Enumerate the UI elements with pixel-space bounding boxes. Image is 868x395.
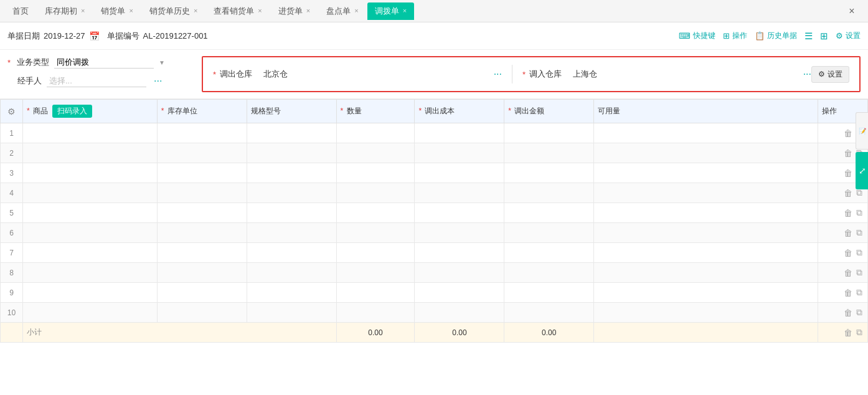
cost-cell-9[interactable] [415, 283, 504, 303]
table-settings-icon[interactable]: ⚙ [7, 107, 16, 117]
qty-cell-1[interactable] [336, 123, 415, 143]
amount-cell-6[interactable] [504, 223, 594, 243]
goods-cell-3[interactable] [23, 163, 158, 183]
spec-cell-2[interactable] [247, 143, 336, 163]
cost-cell-10[interactable] [415, 303, 504, 323]
history-button[interactable]: 📋 历史单据 [755, 31, 797, 41]
goods-cell-9[interactable] [23, 283, 158, 303]
amount-cell-2[interactable] [504, 143, 594, 163]
window-close-button[interactable]: × [841, 0, 863, 22]
spec-cell-10[interactable] [247, 303, 336, 323]
spec-cell-1[interactable] [247, 123, 336, 143]
cost-cell-6[interactable] [415, 223, 504, 243]
cost-cell-8[interactable] [415, 263, 504, 283]
copy-icon-7[interactable]: ⧉ [856, 247, 862, 258]
goods-cell-7[interactable] [23, 243, 158, 263]
spec-cell-7[interactable] [247, 243, 336, 263]
cost-cell-4[interactable] [415, 183, 504, 203]
qty-cell-4[interactable] [336, 183, 415, 203]
cost-cell-5[interactable] [415, 203, 504, 223]
unit-cell-3[interactable] [157, 163, 247, 183]
qty-cell-2[interactable] [336, 143, 415, 163]
unit-cell-8[interactable] [157, 263, 247, 283]
tab-transfer-order[interactable]: 调拨单 × [367, 2, 414, 20]
goods-cell-2[interactable] [23, 143, 158, 163]
unit-cell-2[interactable] [157, 143, 247, 163]
handler-more-button[interactable]: ··· [154, 75, 162, 87]
goods-cell-6[interactable] [23, 223, 158, 243]
operation-button[interactable]: ⊞ 操作 [723, 31, 747, 41]
warehouse-out-value[interactable]: 北京仓 [263, 69, 489, 80]
available-cell-5[interactable] [594, 203, 818, 223]
business-type-dropdown-icon[interactable]: ▼ [159, 59, 165, 66]
amount-cell-9[interactable] [504, 283, 594, 303]
amount-cell-3[interactable] [504, 163, 594, 183]
business-type-input[interactable] [54, 56, 154, 69]
shortcut-button[interactable]: ⌨ 快捷键 [679, 31, 715, 41]
warehouse-in-more-button[interactable]: ··· [803, 69, 811, 80]
amount-cell-5[interactable] [504, 203, 594, 223]
goods-cell-5[interactable] [23, 203, 158, 223]
qty-cell-6[interactable] [336, 223, 415, 243]
spec-cell-5[interactable] [247, 203, 336, 223]
calendar-icon[interactable]: 📅 [89, 31, 100, 41]
spec-cell-3[interactable] [247, 163, 336, 183]
tab-inventory-check[interactable]: 盘点单 × [319, 2, 366, 20]
warehouse-in-value[interactable]: 上海仓 [573, 69, 798, 80]
copy-icon-5[interactable]: ⧉ [856, 207, 862, 218]
tab-view-sales[interactable]: 查看销货单 × [206, 2, 269, 20]
tab-sales-history-close[interactable]: × [194, 7, 197, 14]
amount-cell-4[interactable] [504, 183, 594, 203]
delete-icon-5[interactable]: 🗑 [844, 208, 852, 218]
delete-icon-10[interactable]: 🗑 [844, 308, 852, 318]
unit-cell-6[interactable] [157, 223, 247, 243]
amount-cell-7[interactable] [504, 243, 594, 263]
unit-cell-9[interactable] [157, 283, 247, 303]
available-cell-8[interactable] [594, 263, 818, 283]
available-cell-7[interactable] [594, 243, 818, 263]
spec-cell-8[interactable] [247, 263, 336, 283]
copy-icon-8[interactable]: ⧉ [856, 267, 862, 278]
available-cell-6[interactable] [594, 223, 818, 243]
delete-icon-7[interactable]: 🗑 [844, 248, 852, 258]
copy-icon[interactable]: ⧉ [856, 327, 862, 338]
delete-icon-8[interactable]: 🗑 [844, 268, 852, 278]
delete-icon-4[interactable]: 🗑 [844, 188, 852, 198]
cost-cell-1[interactable] [415, 123, 504, 143]
amount-cell-10[interactable] [504, 303, 594, 323]
delete-icon[interactable]: 🗑 [844, 328, 852, 338]
spec-cell-6[interactable] [247, 223, 336, 243]
qty-cell-7[interactable] [336, 243, 415, 263]
goods-cell-4[interactable] [23, 183, 158, 203]
settings-button[interactable]: ⚙ 设置 [811, 66, 849, 83]
handler-input[interactable] [47, 75, 146, 87]
cost-cell-7[interactable] [415, 243, 504, 263]
unit-cell-4[interactable] [157, 183, 247, 203]
unit-cell-7[interactable] [157, 243, 247, 263]
settings-top-button[interactable]: ⚙ 设置 [836, 31, 861, 41]
qty-cell-10[interactable] [336, 303, 415, 323]
tab-home[interactable]: 首页 [5, 2, 36, 20]
tab-sales-order[interactable]: 销货单 × [93, 2, 140, 20]
copy-icon-9[interactable]: ⧉ [856, 287, 862, 298]
unit-cell-5[interactable] [157, 203, 247, 223]
tab-transfer-order-close[interactable]: × [403, 7, 407, 14]
goods-cell-10[interactable] [23, 303, 158, 323]
available-cell-9[interactable] [594, 283, 818, 303]
available-cell-10[interactable] [594, 303, 818, 323]
available-cell-3[interactable] [594, 163, 818, 183]
date-value[interactable]: 2019-12-27 [44, 31, 85, 40]
delete-icon-6[interactable]: 🗑 [844, 228, 852, 238]
tab-purchase-order-close[interactable]: × [306, 7, 310, 14]
tab-inventory-init-close[interactable]: × [81, 7, 85, 14]
tab-sales-order-close[interactable]: × [129, 7, 133, 14]
spec-cell-9[interactable] [247, 283, 336, 303]
cost-cell-2[interactable] [415, 143, 504, 163]
goods-cell-1[interactable] [23, 123, 158, 143]
cost-cell-3[interactable] [415, 163, 504, 183]
available-cell-1[interactable] [594, 123, 818, 143]
tab-purchase-order[interactable]: 进货单 × [271, 2, 318, 20]
delete-icon-2[interactable]: 🗑 [844, 148, 852, 158]
amount-cell-1[interactable] [504, 123, 594, 143]
delete-icon-9[interactable]: 🗑 [844, 288, 852, 298]
